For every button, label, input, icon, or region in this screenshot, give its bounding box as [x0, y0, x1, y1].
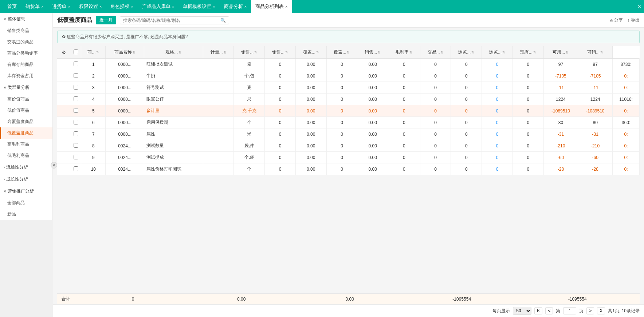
nav-item-role[interactable]: 角色授权 ×	[106, 0, 137, 13]
nav-close-production[interactable]: ×	[172, 4, 174, 9]
row-select-checkbox[interactable]	[74, 62, 78, 66]
row-view1[interactable]: 0	[482, 117, 513, 128]
row-view1[interactable]: 0	[482, 163, 513, 175]
row-select-checkbox[interactable]	[74, 131, 78, 136]
row-checkbox[interactable]	[71, 82, 81, 94]
col-sale-avail[interactable]: 可销...⇅	[578, 46, 613, 59]
row-name[interactable]: 启用保质期	[144, 117, 203, 128]
sidebar-collapse-button[interactable]: «	[51, 162, 57, 169]
col-spec[interactable]: 规格...⇅	[144, 46, 203, 59]
sidebar-item-new-goods[interactable]: 新品	[0, 209, 52, 220]
row-select-checkbox[interactable]	[74, 143, 78, 148]
sidebar-item-capital[interactable]: 库存资金占用	[0, 70, 52, 82]
row-checkbox[interactable]	[71, 117, 81, 128]
row-checkbox[interactable]	[71, 152, 81, 163]
row-checkbox[interactable]	[71, 128, 81, 140]
row-checkbox[interactable]	[71, 163, 81, 175]
nav-item-analysis-list[interactable]: 商品分析列表 ×	[251, 0, 292, 13]
last-page-button[interactable]: X	[597, 307, 605, 314]
row-name[interactable]: 属性价格打印测试	[144, 163, 203, 175]
sidebar-section-cluster[interactable]: ∨ 类群量分析	[0, 82, 52, 94]
row-view1[interactable]: 0	[482, 105, 513, 117]
col-unit[interactable]: 计量...⇅	[203, 46, 234, 59]
share-button[interactable]: ⎋ 分享	[610, 17, 623, 23]
nav-close-analysis[interactable]: ×	[244, 4, 247, 9]
prev-page-button[interactable]: <	[545, 307, 553, 314]
row-checkbox[interactable]	[71, 70, 81, 82]
nav-item-purchase[interactable]: 进货单 ×	[48, 0, 74, 13]
nav-close-template[interactable]: ×	[213, 4, 215, 9]
page-number-input[interactable]	[563, 307, 576, 314]
row-select-checkbox[interactable]	[74, 155, 78, 159]
sidebar-section-growth[interactable]: › 成长性分析	[0, 173, 52, 185]
col-cov2[interactable]: 覆盖...⇅	[326, 46, 357, 59]
nav-item-home[interactable]: 首页	[3, 0, 21, 13]
row-view1[interactable]: 0	[482, 94, 513, 105]
row-checkbox[interactable]	[71, 140, 81, 152]
sidebar-item-all-goods[interactable]: 全部商品	[0, 197, 52, 209]
sidebar-item-low-margin[interactable]: 低毛利商品	[0, 150, 52, 161]
nav-item-sales[interactable]: 销货单 ×	[21, 0, 48, 13]
first-page-button[interactable]: K	[534, 307, 542, 314]
gear-column-header[interactable]: ⚙	[57, 46, 71, 59]
nav-item-production[interactable]: 产成品入库单 ×	[138, 0, 178, 13]
row-name[interactable]: 牛奶	[144, 70, 203, 82]
nav-close-analysis-list[interactable]: ×	[285, 4, 287, 9]
nav-close-purchase[interactable]: ×	[68, 4, 70, 9]
nav-item-analysis[interactable]: 商品分析 ×	[220, 0, 251, 13]
sidebar-item-low-value[interactable]: 低价值商品	[0, 105, 52, 116]
row-name[interactable]: 旺辅批次测试	[144, 59, 203, 70]
col-view2[interactable]: 浏览...⇅	[482, 46, 513, 59]
col-current-qty[interactable]: 现有...⇅	[513, 46, 543, 59]
row-select-checkbox[interactable]	[74, 166, 78, 171]
row-select-checkbox[interactable]	[74, 85, 78, 90]
col-sales-qty[interactable]: 销售...⇅	[234, 46, 265, 59]
sidebar-item-traded-goods[interactable]: 交易过的商品	[0, 36, 52, 48]
sidebar-item-stocked[interactable]: 有库存的商品	[0, 59, 52, 70]
row-view1[interactable]: 0	[482, 82, 513, 94]
page-size-select[interactable]: 50 20 100	[513, 307, 531, 315]
col-view1[interactable]: 浏览...⇅	[451, 46, 482, 59]
col-gross-margin[interactable]: 毛利率⇅	[388, 46, 420, 59]
sidebar-item-high-coverage[interactable]: 高覆盖度商品	[0, 116, 52, 127]
col-cov1[interactable]: 覆盖...⇅	[295, 46, 326, 59]
row-name[interactable]: 眼宝公仔	[144, 94, 203, 105]
sidebar-section-marketing[interactable]: ∨ 营销推广分析	[0, 185, 52, 197]
row-view1[interactable]: 0	[482, 152, 513, 163]
col-sales-amt[interactable]: 销售...⇅	[265, 46, 296, 59]
sidebar-section-liquidity[interactable]: › 流通性分析	[0, 161, 52, 173]
row-select-checkbox[interactable]	[74, 73, 78, 78]
row-select-checkbox[interactable]	[74, 108, 78, 113]
nav-close-sales[interactable]: ×	[41, 4, 43, 9]
row-select-checkbox[interactable]	[74, 96, 78, 101]
select-all-checkbox[interactable]	[74, 49, 78, 54]
row-name[interactable]: 符号测试	[144, 82, 203, 94]
col-code[interactable]: 商...⇅	[81, 46, 106, 59]
col-sales-cnt[interactable]: 销售...⇅	[357, 46, 388, 59]
nav-close-permission[interactable]: ×	[99, 4, 102, 9]
col-trade[interactable]: 交易...⇅	[420, 46, 451, 59]
row-select-checkbox[interactable]	[74, 120, 78, 124]
row-view1[interactable]: 0	[482, 59, 513, 70]
search-input[interactable]	[123, 18, 219, 23]
row-view1[interactable]: 0	[482, 140, 513, 152]
row-checkbox[interactable]	[71, 105, 81, 117]
row-checkbox[interactable]	[71, 59, 81, 70]
row-name[interactable]: 测试提成	[144, 152, 203, 163]
row-checkbox[interactable]	[71, 94, 81, 105]
nav-item-template[interactable]: 单据模板设置 ×	[178, 0, 219, 13]
sidebar-item-high-margin[interactable]: 高毛利商品	[0, 139, 52, 150]
col-name[interactable]: 商品名称⇅	[106, 46, 144, 59]
row-view1[interactable]: 0	[482, 70, 513, 82]
col-avail-qty[interactable]: 可用...⇅	[543, 46, 578, 59]
row-name[interactable]: 多计量	[144, 105, 203, 117]
row-name[interactable]: 测试数量	[144, 140, 203, 152]
nav-close-role[interactable]: ×	[131, 4, 133, 9]
sidebar-item-category-rate[interactable]: 商品分类动销率	[0, 48, 52, 59]
sidebar-section-overall[interactable]: ∨ 整体信息	[0, 13, 52, 25]
row-view1[interactable]: 0	[482, 128, 513, 140]
search-icon[interactable]: 🔍	[220, 18, 226, 23]
next-page-button[interactable]: >	[586, 307, 594, 314]
sidebar-item-high-value[interactable]: 高价值商品	[0, 94, 52, 105]
date-filter-button[interactable]: 近一月	[96, 16, 116, 24]
